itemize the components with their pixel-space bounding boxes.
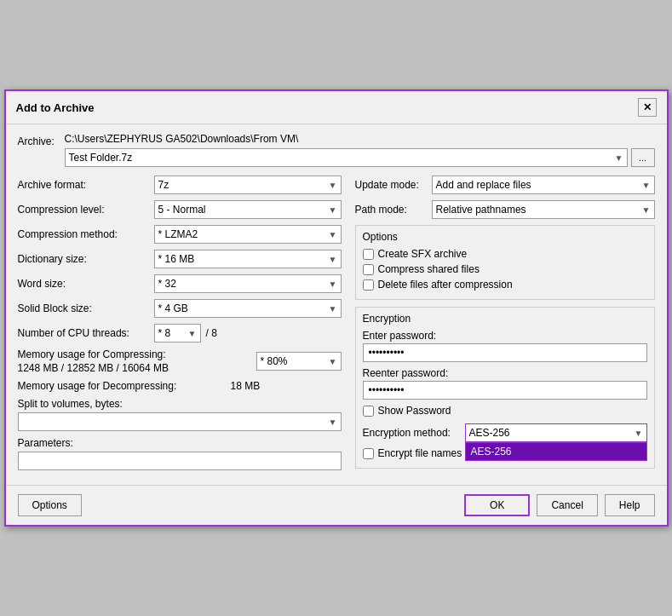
reenter-password-label: Reenter password: [363, 367, 647, 379]
split-volumes-combo[interactable]: ▼ [18, 412, 342, 431]
help-button[interactable]: Help [605, 494, 655, 516]
enc-method-combo-wrapper: AES-256 ▼ AES-256 [465, 423, 647, 442]
memory-compress-detail: 1248 MB / 12852 MB / 16064 MB [18, 362, 250, 374]
create-sfx-checkbox[interactable] [363, 249, 374, 260]
ok-button[interactable]: OK [464, 494, 530, 516]
archive-path: C:\Users\ZEPHYRUS GA502\Downloads\From V… [65, 133, 655, 145]
parameters-row: Parameters: [18, 437, 342, 470]
compression-method-arrow: ▼ [329, 230, 337, 239]
left-column: Archive format: 7z ▼ Compression level: … [18, 176, 342, 476]
two-columns: Archive format: 7z ▼ Compression level: … [18, 176, 655, 476]
cpu-threads-slash: / 8 [206, 327, 217, 339]
cpu-threads-label: Number of CPU threads: [18, 327, 154, 339]
word-size-label: Word size: [18, 278, 154, 290]
dictionary-size-arrow: ▼ [329, 255, 337, 264]
archive-label: Archive: [18, 133, 65, 147]
memory-decomp-label: Memory usage for Decompressing: [18, 380, 231, 392]
close-button[interactable]: ✕ [638, 98, 657, 117]
options-button[interactable]: Options [18, 494, 82, 516]
dialog-footer: Options OK Cancel Help [6, 485, 667, 525]
cpu-threads-value: * 8 [158, 327, 171, 339]
options-group-title: Options [363, 231, 647, 243]
solid-block-value: * 4 GB [158, 302, 329, 314]
reenter-password-input[interactable] [363, 381, 647, 400]
update-mode-value: Add and replace files [436, 179, 531, 191]
update-mode-label: Update mode: [355, 179, 432, 191]
encrypt-names-label: Encrypt file names [378, 447, 462, 459]
cpu-threads-row: Number of CPU threads: * 8 ▼ / 8 [18, 324, 342, 343]
compress-shared-checkbox[interactable] [363, 264, 374, 275]
show-password-checkbox[interactable] [363, 406, 374, 417]
browse-button[interactable]: ... [631, 148, 655, 167]
right-column: Update mode: Add and replace files ▼ Pat… [355, 176, 655, 476]
create-sfx-row: Create SFX archive [363, 248, 647, 260]
compression-level-arrow: ▼ [329, 205, 337, 215]
compression-level-value: 5 - Normal [158, 204, 329, 216]
parameters-label: Parameters: [18, 437, 342, 449]
footer-left: Options [18, 494, 82, 516]
enc-method-value: AES-256 [469, 427, 510, 439]
memory-compress-label: Memory usage for Compressing: [18, 348, 250, 360]
compress-shared-row: Compress shared files [363, 263, 647, 275]
archive-filename-combo[interactable]: Test Folder.7z ▼ [65, 148, 628, 167]
archive-filename-text: Test Folder.7z [69, 152, 133, 164]
archive-inputs: C:\Users\ZEPHYRUS GA502\Downloads\From V… [65, 133, 655, 167]
compression-method-row: Compression method: * LZMA2 ▼ [18, 225, 342, 244]
split-volumes-row: Split to volumes, bytes: ▼ [18, 398, 342, 431]
encryption-group: Encryption Enter password: Reenter passw… [355, 307, 655, 469]
word-size-row: Word size: * 32 ▼ [18, 274, 342, 293]
path-mode-label: Path mode: [355, 204, 432, 216]
cpu-threads-combo[interactable]: * 8 ▼ [154, 324, 201, 343]
solid-block-row: Solid Block size: * 4 GB ▼ [18, 299, 342, 318]
archive-row: Archive: C:\Users\ZEPHYRUS GA502\Downloa… [18, 133, 655, 167]
compression-method-combo[interactable]: * LZMA2 ▼ [154, 225, 342, 244]
memory-decomp-row: Memory usage for Decompressing: 18 MB [18, 380, 342, 392]
update-mode-arrow: ▼ [642, 181, 651, 190]
enc-method-combo[interactable]: AES-256 ▼ [465, 423, 647, 442]
dialog-title: Add to Archive [16, 101, 95, 114]
update-mode-combo[interactable]: Add and replace files ▼ [432, 176, 655, 194]
encryption-method-row: Encryption method: AES-256 ▼ AES-256 [363, 423, 647, 442]
memory-compress-row: Memory usage for Compressing: 1248 MB / … [18, 348, 342, 374]
memory-compress-arrow: ▼ [329, 357, 337, 366]
dictionary-size-value: * 16 MB [158, 253, 329, 265]
compression-level-label: Compression level: [18, 204, 154, 216]
show-password-label: Show Password [378, 405, 451, 417]
enc-method-option-aes256[interactable]: AES-256 [466, 443, 646, 460]
dictionary-size-combo[interactable]: * 16 MB ▼ [154, 250, 342, 268]
enter-password-input[interactable] [363, 343, 647, 362]
compression-method-label: Compression method: [18, 228, 154, 240]
path-mode-value: Relative pathnames [436, 204, 526, 216]
delete-files-label: Delete files after compression [378, 279, 513, 291]
memory-decomp-value: 18 MB [231, 380, 261, 392]
options-group: Options Create SFX archive Compress shar… [355, 225, 655, 300]
enter-password-label: Enter password: [363, 330, 647, 342]
dictionary-size-row: Dictionary size: * 16 MB ▼ [18, 250, 342, 268]
memory-compress-block: Memory usage for Compressing: 1248 MB / … [18, 348, 342, 374]
enter-password-field: Enter password: [363, 330, 647, 362]
show-password-row: Show Password [363, 405, 647, 417]
solid-block-combo[interactable]: * 4 GB ▼ [154, 299, 342, 318]
archive-format-row: Archive format: 7z ▼ [18, 176, 342, 194]
compression-method-value: * LZMA2 [158, 228, 329, 240]
compress-shared-label: Compress shared files [378, 263, 480, 275]
archive-filename-arrow: ▼ [615, 153, 623, 163]
cancel-button[interactable]: Cancel [537, 494, 597, 516]
title-bar: Add to Archive ✕ [6, 91, 667, 124]
archive-format-combo[interactable]: 7z ▼ [154, 176, 342, 194]
word-size-combo[interactable]: * 32 ▼ [154, 274, 342, 293]
compression-level-combo[interactable]: 5 - Normal ▼ [154, 200, 342, 219]
delete-files-checkbox[interactable] [363, 279, 374, 291]
parameters-input[interactable] [18, 452, 342, 470]
archive-format-value: 7z [158, 179, 329, 191]
update-mode-row: Update mode: Add and replace files ▼ [355, 176, 655, 194]
word-size-arrow: ▼ [329, 279, 337, 289]
encrypt-names-checkbox[interactable] [363, 448, 374, 459]
reenter-password-field: Reenter password: [363, 367, 647, 400]
memory-compress-combo[interactable]: * 80% ▼ [256, 352, 342, 371]
dialog-body: Archive: C:\Users\ZEPHYRUS GA502\Downloa… [6, 124, 667, 485]
compression-level-row: Compression level: 5 - Normal ▼ [18, 200, 342, 219]
footer-right: OK Cancel Help [464, 494, 654, 516]
enc-method-label: Encryption method: [363, 427, 465, 439]
path-mode-combo[interactable]: Relative pathnames ▼ [432, 200, 655, 219]
